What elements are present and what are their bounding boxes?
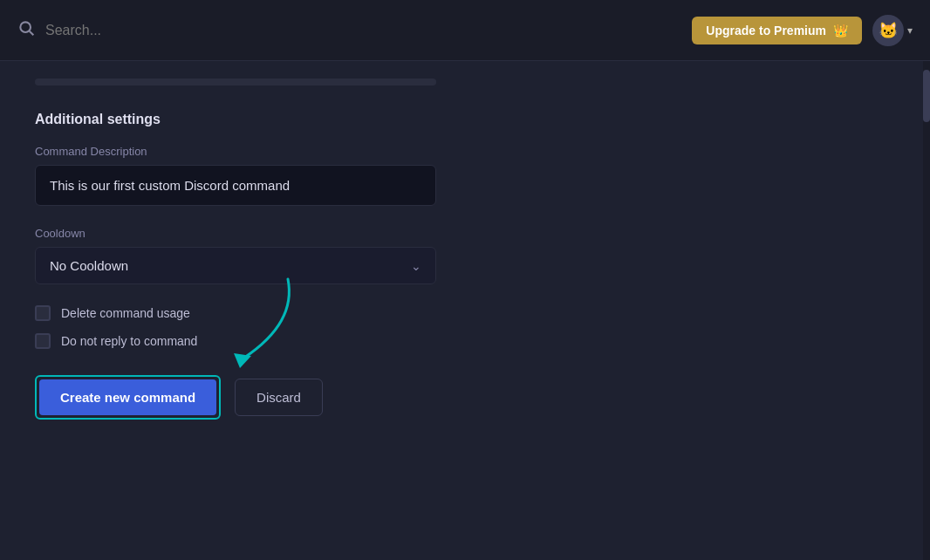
discard-button[interactable]: Discard	[235, 379, 323, 416]
arrow-annotation	[174, 270, 314, 384]
svg-point-0	[20, 22, 31, 32]
search-icon	[17, 19, 35, 41]
description-label: Command Description	[35, 145, 895, 158]
top-bar-divider	[35, 79, 436, 85]
header: Upgrade to Premium 👑 🐱 ▾	[0, 0, 930, 61]
header-left	[17, 19, 220, 41]
content-area: Additional settings Command Description …	[0, 61, 930, 560]
avatar: 🐱	[872, 15, 904, 46]
checkbox-group: Delete command usage Do not reply to com…	[35, 305, 895, 349]
cooldown-section: Cooldown No Cooldown ⌄	[35, 227, 895, 284]
description-input[interactable]	[35, 165, 436, 206]
cooldown-label: Cooldown	[35, 227, 895, 240]
buttons-row: Create new command Discard	[35, 375, 895, 420]
search-input[interactable]	[45, 23, 220, 38]
avatar-wrap[interactable]: 🐱 ▾	[872, 15, 913, 46]
section-title: Additional settings	[35, 112, 895, 127]
checkbox-item-delete: Delete command usage	[35, 305, 895, 321]
dropdown-chevron-icon: ⌄	[411, 259, 421, 273]
crown-icon: 👑	[833, 24, 848, 38]
checkbox-item-noreply: Do not reply to command	[35, 333, 895, 349]
avatar-icon: 🐱	[879, 21, 898, 40]
cooldown-value: No Cooldown	[50, 258, 128, 273]
create-command-button[interactable]: Create new command	[39, 379, 216, 415]
delete-command-label: Delete command usage	[61, 306, 190, 320]
main-content: Additional settings Command Description …	[0, 61, 930, 560]
chevron-down-icon: ▾	[907, 24, 913, 37]
svg-line-1	[30, 31, 34, 36]
upgrade-label: Upgrade to Premium	[706, 24, 826, 38]
upgrade-button[interactable]: Upgrade to Premium 👑	[692, 17, 862, 44]
no-reply-checkbox[interactable]	[35, 333, 51, 349]
delete-command-checkbox[interactable]	[35, 305, 51, 321]
scrollbar-thumb[interactable]	[923, 70, 930, 122]
header-right: Upgrade to Premium 👑 🐱 ▾	[692, 15, 913, 46]
scrollbar-track	[923, 61, 930, 560]
